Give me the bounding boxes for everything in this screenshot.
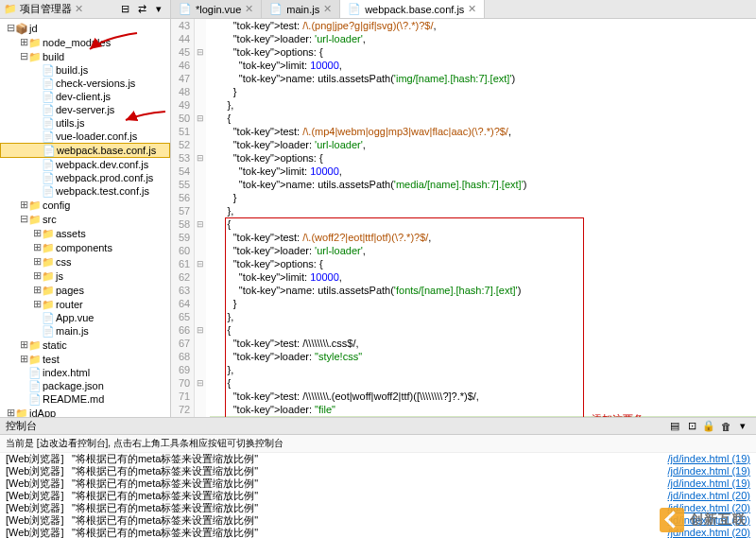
tree-item[interactable]: 📄dev-client.js [0,90,170,103]
tree-item[interactable]: ⊞📁css [0,254,170,269]
tab-close-icon[interactable]: ✕ [468,3,476,15]
console-tool-1[interactable]: ▤ [667,419,682,434]
code-content[interactable]: 添加这两条 "tok-key">test: /\.(png|jpe?g|gif|… [206,19,756,417]
code-line[interactable]: "tok-key">loader: 'url-loader', [210,244,756,257]
code-line[interactable]: }, [210,310,756,323]
tree-item[interactable]: 📄main.js [0,324,170,338]
tree-toggle-icon[interactable]: ⊞ [19,338,28,351]
tree-toggle-icon[interactable]: ⊞ [32,284,42,296]
tree-toggle-icon[interactable]: ⊞ [32,298,42,310]
tree-item[interactable]: 📄webpack.test.conf.js [0,184,170,198]
tree-item[interactable]: ⊟📦jd [0,21,170,35]
tree-item[interactable]: ⊞📁config [0,198,170,212]
console-link[interactable]: /jd/index.html (19) [668,465,750,477]
tree-item[interactable]: ⊞📁test [0,352,170,366]
tree-item[interactable]: ⊞📁components [0,240,170,254]
sidebar-close-icon[interactable]: ✕ [75,3,83,15]
code-line[interactable]: "tok-key">options: { [210,257,756,270]
tree-toggle-icon[interactable]: ⊟ [19,213,28,225]
code-line[interactable]: "tok-key">test: /\\\\\\\\.css$/, [210,337,756,350]
tree-toggle-icon[interactable]: ⊟ [19,50,28,62]
code-line[interactable]: } [210,191,756,204]
tab-close-icon[interactable]: ✕ [323,3,332,15]
tree-item[interactable]: 📄index.html [0,366,170,379]
tree-item[interactable]: 📄utils.js [0,116,170,130]
editor-body[interactable]: 4344454647484950515253545556575859606162… [171,19,756,417]
console-link[interactable]: /jd/index.html (19) [668,453,750,465]
console-link[interactable]: /jd/index.html (19) [668,477,750,490]
editor-tab[interactable]: 📄webpack.base.conf.js✕ [340,0,485,18]
tree-item[interactable]: 📄webpack.prod.conf.js [0,171,170,184]
tree-toggle-icon[interactable]: ⊞ [19,199,28,211]
code-line[interactable]: }, [210,98,756,112]
tree-item[interactable]: 📄package.json [0,379,170,392]
tree-item[interactable]: 📄App.vue [0,311,170,324]
fold-icon[interactable]: ⊟ [195,257,206,270]
link-editor-icon[interactable]: ⇄ [134,2,149,17]
fold-icon[interactable]: ⊟ [195,45,206,59]
menu-icon[interactable]: ▾ [151,2,166,17]
code-line[interactable]: { [210,376,756,390]
code-line[interactable]: "tok-key">options: { [210,45,756,59]
console-tool-3[interactable]: 🔒 [701,419,716,434]
tree-item[interactable]: ⊞📁pages [0,283,170,297]
code-line[interactable]: } [210,85,756,98]
code-line[interactable]: "tok-key">name: utils.assetsPath('media/… [210,178,756,191]
fold-icon[interactable]: ⊟ [195,112,206,125]
code-line[interactable]: } [210,416,756,417]
tree-item[interactable]: 📄webpack.base.conf.js [0,143,170,158]
editor-tab[interactable]: 📄main.js✕ [262,0,340,18]
code-line[interactable]: "tok-key">loader: "file" [210,403,756,416]
console-tool-4[interactable]: 🗑 [718,419,733,434]
code-line[interactable]: "tok-key">options: { [210,151,756,165]
tree-item[interactable]: 📄README.md [0,392,170,406]
code-line[interactable]: }, [210,204,756,217]
code-line[interactable]: "tok-key">limit: 10000, [210,165,756,178]
file-tree[interactable]: ⊟📦jd⊞📁node_modules⊟📁build📄build.js📄check… [0,19,170,417]
tree-toggle-icon[interactable]: ⊞ [32,255,42,268]
console-menu-icon[interactable]: ▾ [735,419,750,434]
code-line[interactable]: "tok-key">limit: 10000, [210,270,756,284]
fold-icon[interactable]: ⊟ [195,376,206,390]
tree-toggle-icon[interactable]: ⊞ [19,353,28,365]
console-tool-2[interactable]: ⊡ [684,419,699,434]
code-line[interactable]: "tok-key">test: /\.(png|jpe?g|gif|svg)(\… [210,19,756,32]
editor-tab[interactable]: 📄*login.vue✕ [171,0,262,18]
code-line[interactable]: "tok-key">test: /\.(woff2?|eot|ttf|otf)(… [210,231,756,244]
tree-item[interactable]: ⊞📁jdApp [0,406,170,417]
code-line[interactable]: "tok-key">name: utils.assetsPath('img/[n… [210,72,756,85]
code-line[interactable]: } [210,297,756,310]
tree-toggle-icon[interactable]: ⊞ [6,407,15,417]
code-line[interactable]: "tok-key">test: /\\\\\\\\.(eot|woff|woff… [210,390,756,403]
fold-icon[interactable]: ⊟ [195,217,206,231]
code-line[interactable]: { [210,112,756,125]
tree-item[interactable]: 📄build.js [0,63,170,77]
tree-toggle-icon[interactable]: ⊞ [19,36,28,48]
fold-column[interactable]: ⊟⊟⊟⊟⊟⊟⊟ [195,19,206,417]
collapse-all-icon[interactable]: ⊟ [117,2,132,17]
tree-item[interactable]: ⊞📁router [0,297,170,311]
console-link[interactable]: /jd/index.html (20) [668,490,750,502]
code-line[interactable]: "tok-key">loader: "style!css" [210,350,756,363]
tree-item[interactable]: ⊞📁node_modules [0,35,170,49]
code-line[interactable]: "tok-key">loader: 'url-loader', [210,32,756,45]
tree-toggle-icon[interactable]: ⊞ [32,241,42,253]
tree-item[interactable]: 📄vue-loader.conf.js [0,130,170,143]
tab-close-icon[interactable]: ✕ [245,3,253,15]
code-line[interactable]: }, [210,363,756,376]
tree-item[interactable]: ⊞📁js [0,269,170,283]
tree-toggle-icon[interactable]: ⊞ [32,227,42,239]
fold-icon[interactable]: ⊟ [195,323,206,337]
tree-toggle-icon[interactable]: ⊟ [6,22,15,34]
code-line[interactable]: "tok-key">name: utils.assetsPath('fonts/… [210,284,756,297]
console-body[interactable]: [Web浏览器]"将根据已有的meta标签来设置缩放比例"/jd/index.h… [0,453,756,538]
tree-item[interactable]: ⊟📁build [0,49,170,63]
tree-toggle-icon[interactable]: ⊞ [32,269,42,282]
tree-item[interactable]: ⊞📁assets [0,226,170,240]
code-line[interactable]: "tok-key">loader: 'url-loader', [210,138,756,151]
code-line[interactable]: "tok-key">test: /\.(mp4|webm|ogg|mp3|wav… [210,125,756,138]
code-line[interactable]: "tok-key">limit: 10000, [210,59,756,72]
tree-item[interactable]: 📄webpack.dev.conf.js [0,158,170,171]
tree-item[interactable]: 📄dev-server.js [0,103,170,116]
code-line[interactable]: { [210,217,756,231]
